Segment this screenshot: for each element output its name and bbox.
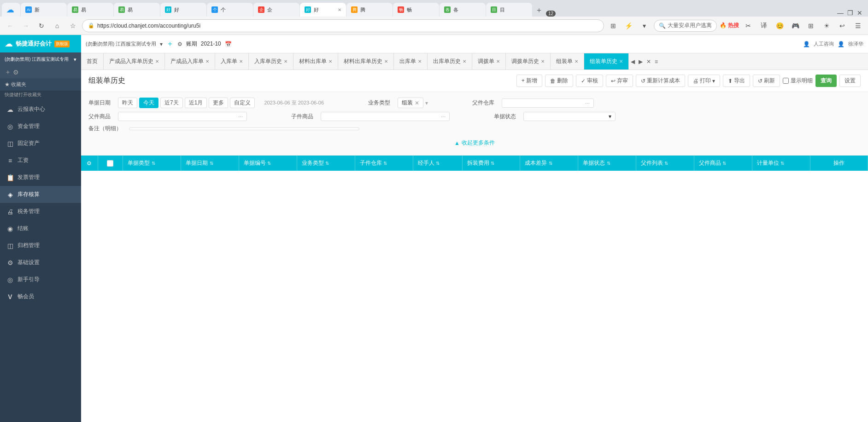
th-cost-diff[interactable]: 成本差异 ⇅ (520, 156, 578, 171)
th-unit[interactable]: 计量单位 ⇅ (752, 156, 810, 171)
th-checkbox[interactable] (98, 156, 123, 171)
th-biz-type[interactable]: 业务类型 ⇅ (297, 156, 355, 171)
new-tab-button[interactable]: ＋ (533, 4, 545, 17)
maximize-button[interactable]: ❐ (847, 9, 853, 17)
tab-close-stock-out-history[interactable]: ✕ (463, 59, 466, 64)
biz-type-tag-close[interactable]: ✕ (415, 100, 419, 106)
support-button[interactable]: 人工咨询 (814, 40, 834, 47)
notes-input[interactable] (129, 127, 359, 130)
sidebar-item-account[interactable]: ◉ 结账 (0, 220, 81, 237)
reload-button[interactable]: ↻ (35, 19, 48, 32)
browser-tab-9[interactable]: 畅 畅 (393, 3, 439, 17)
tab-stock-in-history[interactable]: 入库单历史 ✕ (249, 53, 293, 70)
th-date[interactable]: 单据日期 ⇅ (181, 156, 239, 171)
translate-button[interactable]: 译 (757, 19, 770, 32)
tab-close-adjust-history[interactable]: ✕ (541, 59, 545, 64)
parent-warehouse-input[interactable]: ··· (502, 98, 594, 108)
delete-button[interactable]: 🗑 删除 (545, 75, 573, 87)
user-name[interactable]: 徐泽华 (848, 40, 863, 47)
th-settings[interactable]: ⚙ (81, 156, 98, 171)
query-button[interactable]: 查询 (815, 75, 837, 87)
tab-close-material-out[interactable]: ✕ (328, 59, 332, 64)
tab-close-all-button[interactable]: ✕ (645, 58, 653, 65)
sidebar-item-report[interactable]: ☁ 云报表中心 (0, 101, 81, 118)
collapse-bar[interactable]: ▲ 收起更多条件 (88, 136, 861, 150)
th-child-warehouse[interactable]: 子件仓库 ⇅ (355, 156, 413, 171)
display-toggle-checkbox[interactable] (783, 78, 789, 84)
tab-stock-out-history[interactable]: 出库单历史 ✕ (428, 53, 472, 70)
th-number[interactable]: 单据编号 ⇅ (239, 156, 297, 171)
select-all-checkbox[interactable] (107, 160, 113, 167)
browser-tab-10[interactable]: 各 各 (440, 3, 486, 17)
tab-close-produce-in[interactable]: ✕ (205, 59, 209, 64)
minimize-button[interactable]: — (837, 9, 844, 17)
tab-close-stock-out[interactable]: ✕ (418, 59, 422, 64)
order-status-dropdown[interactable]: ▾ (523, 112, 616, 121)
bookmark-button[interactable]: ☆ (66, 19, 79, 32)
settings-company-icon[interactable]: ⚙ (13, 69, 19, 76)
settings-filter-button[interactable]: 设置 (839, 75, 861, 87)
sidebar-item-member[interactable]: V 畅会员 (0, 288, 81, 305)
qr-code-button[interactable]: ⊞ (607, 19, 620, 32)
tab-assemble-history[interactable]: 组装单历史 ✕ (584, 53, 629, 70)
today-btn[interactable]: 今天 (139, 98, 158, 108)
back-button[interactable]: ← (4, 19, 17, 32)
yesterday-btn[interactable]: 昨天 (118, 98, 137, 108)
th-parent-list[interactable]: 父件列表 ⇅ (636, 156, 694, 171)
game-button[interactable]: 🎮 (789, 19, 802, 32)
sidebar-favorites[interactable]: ★ 收藏夹 (0, 78, 81, 91)
sidebar-company[interactable]: (勿删勿禁用) 江西服宝测试专用 ▾ (0, 52, 81, 66)
browser-tab-7-active[interactable]: 好 好 ✕ (300, 3, 346, 17)
address-bar[interactable]: 🔒 https://cloud.chanjet.com/accounting/u… (82, 19, 604, 32)
add-company-icon[interactable]: ＋ (5, 68, 11, 76)
tab-close-assemble[interactable]: ✕ (575, 59, 578, 64)
brightness-button[interactable]: ☀ (820, 19, 833, 32)
browser-tab-1[interactable]: Ai 新 (21, 3, 67, 17)
close-window-button[interactable]: ✕ (857, 9, 862, 17)
home-button[interactable]: ⌂ (51, 19, 64, 32)
more-btn[interactable]: 更多 (209, 98, 228, 108)
undo-button[interactable]: ↩ (836, 19, 849, 32)
tab-stock-in[interactable]: 入库单 ✕ (215, 53, 249, 70)
browser-tab-8[interactable]: 腾 腾 (346, 3, 393, 17)
export-button[interactable]: ⬆ 导出 (723, 75, 750, 87)
audit-button[interactable]: ✓ 审核 (576, 75, 603, 87)
menu-button[interactable]: ☰ (851, 19, 864, 32)
sidebar-item-stock[interactable]: ◈ 库存核算 (0, 186, 81, 203)
calendar-icon[interactable]: 📅 (225, 41, 232, 47)
sidebar-item-tax[interactable]: 🖨 税务管理 (0, 203, 81, 220)
search-bar[interactable]: 🔍 大量安卓用户逃离 (654, 20, 717, 32)
refresh-button[interactable]: ↺ 刷新 (753, 75, 780, 87)
settings-table-icon[interactable]: ⚙ (87, 160, 92, 167)
tab-scroll-left[interactable]: ◀ (629, 58, 637, 65)
tab-close-icon[interactable]: ✕ (338, 7, 341, 12)
sidebar-item-archive[interactable]: ◫ 归档管理 (0, 237, 81, 254)
th-disassemble-fee[interactable]: 拆装费用 ⇅ (462, 156, 520, 171)
add-icon[interactable]: ＋ (166, 39, 174, 49)
1month-btn[interactable]: 近1月 (185, 98, 207, 108)
tab-adjust[interactable]: 调拨单 ✕ (472, 53, 506, 70)
browser-tab-4[interactable]: 好 好 (160, 3, 206, 17)
parent-goods-more-icon[interactable]: ··· (238, 113, 243, 120)
grid-button[interactable]: ⊞ (804, 19, 817, 32)
tab-close-assemble-history[interactable]: ✕ (619, 59, 623, 64)
browser-tab-2[interactable]: 易 易 (67, 3, 113, 17)
forward-button[interactable]: → (19, 19, 32, 32)
abandon-button[interactable]: ↩ 弃审 (606, 75, 633, 87)
tab-scroll-right[interactable]: ▶ (637, 58, 645, 65)
sidebar-item-guide[interactable]: ◎ 新手引导 (0, 271, 81, 288)
emoji-button[interactable]: 😊 (773, 19, 786, 32)
nav-dropdown-button[interactable]: ▾ (638, 19, 651, 32)
display-toggle[interactable]: 显示明细 (783, 77, 813, 85)
tab-close-stock-in-history[interactable]: ✕ (284, 59, 287, 64)
th-type[interactable]: 单据类型 ⇅ (123, 156, 181, 171)
settings-cog-icon[interactable]: ⚙ (177, 41, 182, 47)
tab-home[interactable]: 首页 (81, 53, 104, 70)
lightning-button[interactable]: ⚡ (622, 19, 635, 32)
recalculate-button[interactable]: ↺ 重新计算成本 (636, 75, 685, 87)
add-button[interactable]: + 新增 (516, 75, 542, 87)
print-button[interactable]: 🖨 打印 ▾ (688, 75, 720, 87)
tab-close-material-out-history[interactable]: ✕ (384, 59, 388, 64)
custom-btn[interactable]: 自定义 (230, 98, 255, 108)
sidebar-item-settings[interactable]: ⚙ 基础设置 (0, 254, 81, 271)
